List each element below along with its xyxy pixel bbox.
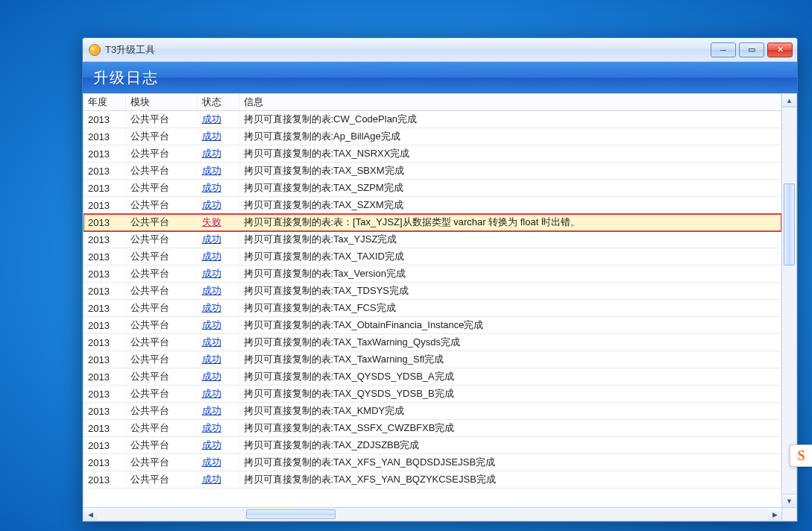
scroll-down-icon[interactable]: ▼ (782, 494, 796, 507)
minimize-button[interactable]: ─ (711, 43, 736, 57)
cell-module: 公共平台 (125, 317, 197, 334)
cell-year: 2013 (84, 283, 125, 300)
col-status[interactable]: 状态 (197, 94, 239, 111)
table-row[interactable]: 2013公共平台成功拷贝可直接复制的表:TAX_NSRXX完成 (84, 145, 781, 163)
scroll-right-icon[interactable]: ▶ (768, 508, 781, 521)
cell-year: 2013 (84, 437, 125, 454)
maximize-icon: ▭ (748, 45, 755, 54)
status-link[interactable]: 成功 (202, 268, 221, 279)
cell-module: 公共平台 (125, 214, 197, 231)
table-row[interactable]: 2013公共平台成功拷贝可直接复制的表:CW_CodePlan完成 (84, 111, 781, 128)
table-row[interactable]: 2013公共平台成功拷贝可直接复制的表:TAX_ObtainFinancia_I… (84, 317, 781, 334)
cell-status: 成功 (197, 368, 239, 386)
cell-status: 成功 (197, 437, 239, 454)
minimize-icon: ─ (720, 45, 726, 54)
col-year[interactable]: 年度 (84, 94, 125, 111)
table-row[interactable]: 2013公共平台成功拷贝可直接复制的表:TAX_TaxWarning_Qysds… (84, 334, 781, 351)
status-link[interactable]: 失败 (202, 216, 221, 227)
table-row[interactable]: 2013公共平台成功拷贝可直接复制的表:TAX_TDSYS完成 (84, 283, 781, 300)
cell-year: 2013 (84, 403, 125, 420)
window-title: T3升级工具 (105, 43, 711, 57)
scroll-up-icon[interactable]: ▲ (782, 94, 796, 107)
cell-message: 拷贝可直接复制的表:TAX_QYSDS_YDSB_A完成 (239, 368, 781, 386)
cell-module: 公共平台 (125, 437, 197, 454)
cell-module: 公共平台 (125, 145, 197, 163)
status-link[interactable]: 成功 (202, 336, 221, 348)
col-module[interactable]: 模块 (125, 94, 197, 111)
status-link[interactable]: 成功 (202, 319, 221, 330)
cell-status: 成功 (197, 386, 239, 403)
ime-indicator[interactable]: S (790, 444, 812, 467)
table-row[interactable]: 2013公共平台成功拷贝可直接复制的表:Tax_Version完成 (84, 266, 781, 283)
status-link[interactable]: 成功 (202, 182, 221, 193)
status-link[interactable]: 成功 (202, 148, 221, 159)
table-row[interactable]: 2013公共平台成功拷贝可直接复制的表:TAX_KMDY完成 (84, 403, 781, 420)
status-link[interactable]: 成功 (202, 422, 221, 433)
scroll-thumb-horizontal[interactable] (246, 509, 336, 519)
table-row[interactable]: 2013公共平台成功拷贝可直接复制的表:TAX_XFS_YAN_BQZYKCSE… (84, 471, 781, 488)
status-link[interactable]: 成功 (202, 474, 221, 485)
cell-module: 公共平台 (125, 283, 197, 300)
table-row[interactable]: 2013公共平台成功拷贝可直接复制的表:TAX_XFS_YAN_BQDSDJSE… (84, 454, 781, 471)
cell-message: 拷贝可直接复制的表:TAX_SZPM完成 (239, 180, 781, 197)
table-row[interactable]: 2013公共平台成功拷贝可直接复制的表:TAX_FCS完成 (84, 300, 781, 317)
titlebar[interactable]: T3升级工具 ─ ▭ ✕ (83, 38, 797, 62)
status-link[interactable]: 成功 (202, 199, 221, 210)
cell-status: 成功 (197, 283, 239, 300)
cell-message: 拷贝可直接复制的表:TAX_QYSDS_YDSB_B完成 (239, 386, 781, 403)
scroll-left-icon[interactable]: ◀ (84, 508, 97, 521)
col-message[interactable]: 信息 (239, 94, 781, 111)
cell-message: 拷贝可直接复制的表:TAX_TaxWarning_Qysds完成 (239, 334, 781, 351)
status-link[interactable]: 成功 (202, 131, 221, 142)
close-button[interactable]: ✕ (767, 43, 793, 57)
status-link[interactable]: 成功 (202, 302, 221, 313)
status-link[interactable]: 成功 (202, 233, 221, 245)
cell-year: 2013 (84, 231, 125, 248)
cell-status: 失败 (197, 214, 239, 231)
table-row[interactable]: 2013公共平台成功拷贝可直接复制的表:Ap_BillAge完成 (84, 128, 781, 145)
cell-module: 公共平台 (125, 368, 197, 386)
cell-module: 公共平台 (125, 180, 197, 197)
table-row[interactable]: 2013公共平台成功拷贝可直接复制的表:TAX_QYSDS_YDSB_A完成 (84, 368, 781, 386)
table-row[interactable]: 2013公共平台成功拷贝可直接复制的表:TAX_TAXID完成 (84, 248, 781, 266)
table-row[interactable]: 2013公共平台成功拷贝可直接复制的表:Tax_YJSZ完成 (84, 231, 781, 248)
cell-year: 2013 (84, 248, 125, 266)
cell-year: 2013 (84, 386, 125, 403)
table-row[interactable]: 2013公共平台成功拷贝可直接复制的表:TAX_TaxWarning_Sfl完成 (84, 351, 781, 368)
status-link[interactable]: 成功 (202, 165, 221, 176)
app-icon (89, 44, 101, 56)
status-link[interactable]: 成功 (202, 371, 221, 382)
table-row[interactable]: 2013公共平台成功拷贝可直接复制的表:TAX_SZXM完成 (84, 197, 781, 214)
cell-module: 公共平台 (125, 248, 197, 266)
hscroll-track[interactable] (97, 508, 768, 521)
scroll-thumb-vertical[interactable] (784, 183, 795, 266)
maximize-button[interactable]: ▭ (739, 43, 764, 57)
cell-status: 成功 (197, 317, 239, 334)
status-link[interactable]: 成功 (202, 251, 221, 262)
cell-module: 公共平台 (125, 163, 197, 180)
table-row[interactable]: 2013公共平台成功拷贝可直接复制的表:TAX_SSFX_CWZBFXB完成 (84, 420, 781, 437)
status-link[interactable]: 成功 (202, 354, 221, 365)
cell-status: 成功 (197, 403, 239, 420)
table-row[interactable]: 2013公共平台成功拷贝可直接复制的表:TAX_SBXM完成 (84, 163, 781, 180)
cell-message: 拷贝可直接复制的表:TAX_SBXM完成 (239, 163, 781, 180)
table-row[interactable]: 2013公共平台失败拷贝可直接复制的表:表：[Tax_YJSZ]从数据类型 va… (84, 214, 781, 231)
status-link[interactable]: 成功 (202, 405, 221, 416)
cell-status: 成功 (197, 128, 239, 145)
cell-message: 拷贝可直接复制的表:TAX_NSRXX完成 (239, 145, 781, 163)
cell-module: 公共平台 (125, 454, 197, 471)
horizontal-scrollbar[interactable]: ◀ ▶ (83, 508, 782, 521)
cell-year: 2013 (84, 197, 125, 214)
status-link[interactable]: 成功 (202, 388, 221, 399)
table-row[interactable]: 2013公共平台成功拷贝可直接复制的表:TAX_ZDJSZBB完成 (84, 437, 781, 454)
table-row[interactable]: 2013公共平台成功拷贝可直接复制的表:TAX_QYSDS_YDSB_B完成 (84, 386, 781, 403)
status-link[interactable]: 成功 (202, 439, 221, 450)
cell-year: 2013 (84, 317, 125, 334)
cell-status: 成功 (197, 180, 239, 197)
status-link[interactable]: 成功 (202, 285, 221, 296)
status-link[interactable]: 成功 (202, 113, 221, 125)
cell-module: 公共平台 (125, 300, 197, 317)
cell-module: 公共平台 (125, 334, 197, 351)
status-link[interactable]: 成功 (202, 456, 221, 468)
table-row[interactable]: 2013公共平台成功拷贝可直接复制的表:TAX_SZPM完成 (84, 180, 781, 197)
